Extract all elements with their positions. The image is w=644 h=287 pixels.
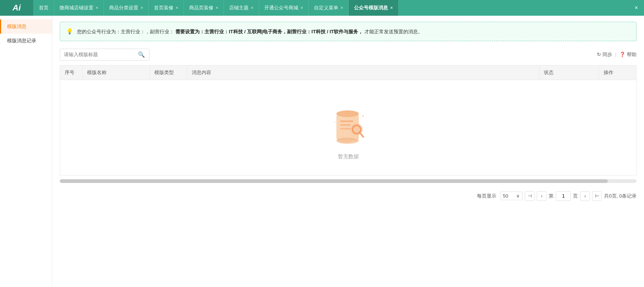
- col-header-name: 模版名称: [83, 65, 150, 80]
- nav-tab-product-decor[interactable]: 商品页装修 ×: [184, 0, 224, 16]
- toolbar-right: ↻ 同步 | ❓ 帮助: [597, 51, 637, 58]
- notice-suffix: 才能正常发送预置的消息。: [364, 29, 423, 34]
- table-empty-row: ✦ ✦ 暂无数据: [60, 80, 637, 175]
- nav-tab-shop-settings[interactable]: 微商城店铺设置 ×: [54, 0, 104, 16]
- sync-label: 同步: [603, 51, 612, 58]
- help-icon: ❓: [619, 52, 625, 57]
- nav-tab-category-label: 商品分类设置: [109, 4, 138, 11]
- col-header-type: 模版类型: [150, 65, 187, 80]
- col-header-status: 状态: [539, 65, 599, 80]
- nav-tab-open-mall-label: 开通公众号商城: [264, 4, 298, 11]
- toolbar-divider: |: [615, 52, 616, 57]
- svg-rect-6: [340, 124, 351, 126]
- search-button[interactable]: 🔍: [135, 49, 148, 60]
- svg-text:✦: ✦: [333, 120, 336, 124]
- scroll-thumb[interactable]: [60, 179, 608, 183]
- svg-line-10: [360, 133, 363, 137]
- nav-tab-theme[interactable]: 店铺主题 ×: [224, 0, 259, 16]
- notice-icon: 💡: [66, 28, 73, 34]
- sync-icon: ↻: [597, 52, 601, 57]
- svg-point-4: [336, 138, 359, 144]
- close-theme-icon[interactable]: ×: [251, 5, 253, 10]
- nav-tab-home-decor[interactable]: 首页装修 ×: [149, 0, 184, 16]
- notice-prefix: 您的公众号行业为：主营行业：，副营行业：: [77, 29, 174, 34]
- close-home-decor-icon[interactable]: ×: [176, 5, 178, 10]
- nav-tab-custom-menu-label: 自定义菜单: [314, 4, 338, 11]
- nav-tab-theme-label: 店铺主题: [229, 4, 249, 11]
- sidebar-item-template-msg-record-label: 模版消息记录: [7, 38, 36, 43]
- notice-box: 💡 您的公众号行业为：主营行业：，副营行业： 需要设置为：主营行业：IT科技 /…: [60, 22, 637, 41]
- close-shop-settings-icon[interactable]: ×: [96, 5, 98, 10]
- nav-tab-home[interactable]: 首页: [34, 0, 54, 16]
- close-open-mall-icon[interactable]: ×: [301, 5, 303, 10]
- first-page-button[interactable]: ⊣: [525, 191, 534, 201]
- sync-button[interactable]: ↻ 同步: [597, 51, 612, 58]
- close-product-decor-icon[interactable]: ×: [216, 5, 218, 10]
- nav-tab-custom-menu[interactable]: 自定义菜单 ×: [309, 0, 349, 16]
- per-page-label: 每页显示: [477, 193, 496, 199]
- last-page-button[interactable]: ⊢: [592, 191, 602, 201]
- top-nav: Ai 首页 微商城店铺设置 × 商品分类设置 × 首页装修 × 商品页装修 × …: [0, 0, 644, 16]
- search-bar: 🔍 ↻ 同步 | ❓ 帮助: [60, 49, 637, 61]
- help-label: 帮助: [627, 51, 637, 58]
- empty-text: 暂无数据: [338, 153, 359, 160]
- nav-tab-category[interactable]: 商品分类设置 ×: [104, 0, 149, 16]
- next-page-button[interactable]: ›: [580, 191, 590, 201]
- col-header-content: 消息内容: [187, 65, 539, 80]
- search-input[interactable]: [60, 49, 135, 59]
- close-custom-menu-icon[interactable]: ×: [341, 5, 343, 10]
- scroll-track[interactable]: [60, 179, 637, 183]
- prev-page-button[interactable]: ‹: [537, 191, 546, 201]
- svg-point-3: [336, 110, 359, 117]
- close-category-icon[interactable]: ×: [141, 5, 143, 10]
- nav-tab-home-decor-label: 首页装修: [154, 4, 173, 11]
- pagination-bar: 每页显示 50 ∨ ⊣ ‹ 第 页 › ⊢ 共0页, 0条记录: [60, 187, 637, 201]
- help-button[interactable]: ❓ 帮助: [619, 51, 637, 58]
- close-template-msg-icon[interactable]: ×: [390, 5, 393, 10]
- nav-tab-open-mall[interactable]: 开通公众号商城 ×: [259, 0, 309, 16]
- nav-tab-home-label: 首页: [39, 4, 49, 11]
- svg-text:✦: ✦: [361, 114, 364, 118]
- page-label-post: 页: [573, 193, 578, 199]
- search-input-wrapper: 🔍: [60, 49, 150, 61]
- svg-rect-7: [340, 128, 352, 129]
- app-logo: Ai: [0, 0, 34, 16]
- empty-state: ✦ ✦ 暂无数据: [60, 80, 636, 175]
- empty-state-icon: ✦ ✦: [326, 103, 371, 147]
- per-page-value: 50: [503, 193, 508, 199]
- nav-tab-template-msg[interactable]: 公众号模版消息 ×: [349, 0, 398, 16]
- per-page-chevron-icon: ∨: [516, 193, 520, 199]
- data-table: 序号 模版名称 模版类型 消息内容 状态 操作: [60, 65, 637, 175]
- notice-highlight: 需要设置为：主营行业：IT科技 / 互联网|电子商务，副营行业：IT科技 / I…: [175, 29, 363, 34]
- per-page-select[interactable]: 50 ∨: [500, 192, 523, 200]
- nav-tab-template-msg-label: 公众号模版消息: [354, 4, 388, 11]
- sidebar-item-template-msg-record[interactable]: 模版消息记录: [0, 34, 52, 48]
- content-area: 💡 您的公众号行业为：主营行业：，副营行业： 需要设置为：主营行业：IT科技 /…: [52, 16, 644, 287]
- page-label-pre: 第: [549, 193, 554, 199]
- col-header-index: 序号: [60, 65, 83, 80]
- table-header-row: 序号 模版名称 模版类型 消息内容 状态 操作: [60, 65, 637, 80]
- sidebar-item-template-msg-label: 模版消息: [7, 24, 27, 29]
- sidebar: 模版消息 模版消息记录: [0, 16, 52, 287]
- nav-close-all-button[interactable]: ×: [629, 0, 644, 16]
- sidebar-item-template-msg[interactable]: 模版消息: [0, 19, 52, 34]
- total-label: 共0页, 0条记录: [604, 193, 637, 199]
- main-layout: 模版消息 模版消息记录 💡 您的公众号行业为：主营行业：，副营行业： 需要设置为…: [0, 16, 644, 287]
- col-header-action: 操作: [599, 65, 637, 80]
- svg-rect-5: [340, 120, 353, 122]
- page-input[interactable]: [556, 191, 571, 201]
- nav-tab-shop-settings-label: 微商城店铺设置: [59, 4, 93, 11]
- nav-tab-product-decor-label: 商品页装修: [189, 4, 213, 11]
